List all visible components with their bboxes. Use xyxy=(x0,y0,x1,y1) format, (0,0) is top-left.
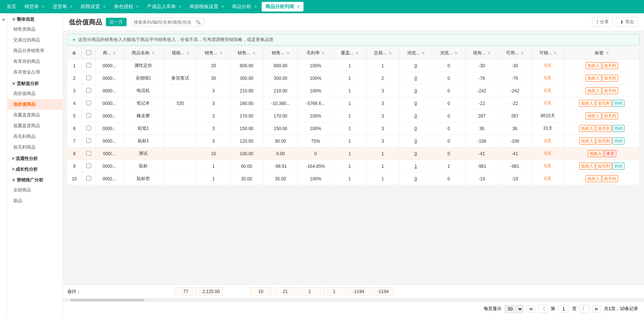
th-browse2[interactable]: 浏览... ⇅ xyxy=(432,47,465,60)
nav-role[interactable]: 角色授权 × xyxy=(110,2,142,11)
row-checkbox[interactable] xyxy=(86,151,91,156)
cell-checkbox[interactable] xyxy=(81,72,95,85)
nav-purchase[interactable]: 进货单 × xyxy=(49,2,76,11)
sidebar-group-flow[interactable]: > 流通性分析 xyxy=(7,153,63,163)
browse1-link[interactable]: 0 xyxy=(415,63,417,68)
cell-browse1[interactable]: 0 xyxy=(399,72,432,85)
cell-browse1[interactable]: 0 xyxy=(399,85,432,97)
browse1-link[interactable]: 0 xyxy=(415,139,417,144)
nav-goods-analysis[interactable]: 商品分析 × xyxy=(228,2,261,11)
browse1-link[interactable]: 0 xyxy=(415,176,417,181)
cell-browse1[interactable]: 0 xyxy=(399,97,432,110)
nav-product-entry-close[interactable]: × xyxy=(179,4,182,9)
th-browse1[interactable]: 浏览... ⇅ xyxy=(399,47,432,60)
sidebar-item-sales-goods[interactable]: 销售类商品 xyxy=(7,24,63,35)
nav-goods-analysis-close[interactable]: × xyxy=(254,4,257,9)
sidebar-item-stock-capital[interactable]: 库存资金占用 xyxy=(7,67,63,78)
cell-browse1[interactable]: 0 xyxy=(399,147,432,160)
sidebar-item-low-margin[interactable]: 低毛利商品 xyxy=(7,142,63,153)
row-checkbox[interactable] xyxy=(86,176,91,181)
nav-home[interactable]: 首页 xyxy=(3,2,20,11)
cell-checkbox[interactable] xyxy=(81,160,95,173)
th-trade[interactable]: 交易... ⇅ xyxy=(366,47,399,60)
sidebar-item-category-rate[interactable]: 商品分类销售率 xyxy=(7,45,63,56)
cell-browse1[interactable]: 0 xyxy=(399,110,432,122)
nav-template[interactable]: 单据模板设置 × xyxy=(186,2,228,11)
per-page-select[interactable]: 50 100 200 xyxy=(504,305,523,313)
current-page-input[interactable] xyxy=(558,305,569,313)
export-button[interactable]: ⬇ 导出 xyxy=(616,17,638,27)
th-stock2[interactable]: 可用... ⇅ xyxy=(498,47,531,60)
row-checkbox[interactable] xyxy=(86,163,91,168)
browse1-link[interactable]: 0 xyxy=(415,151,417,156)
browse1-link[interactable]: 0 xyxy=(415,76,417,81)
scrollbar-thumb[interactable] xyxy=(70,299,144,301)
nav-goods-analysis-list[interactable]: 商品分析列表 × xyxy=(262,2,303,11)
prev-page-btn[interactable]: 〈 xyxy=(538,305,548,313)
sidebar-collapse-btn[interactable]: « xyxy=(0,13,7,316)
nav-template-close[interactable]: × xyxy=(221,4,224,9)
cell-checkbox[interactable] xyxy=(81,147,95,160)
cell-browse1[interactable]: 0 xyxy=(399,122,432,135)
cell-browse1[interactable]: 0 xyxy=(399,60,432,72)
next-page-btn[interactable]: 〉 xyxy=(580,305,589,313)
th-spec[interactable]: 规格... ⇅ xyxy=(164,47,197,60)
cell-checkbox[interactable] xyxy=(81,173,95,185)
cell-checkbox[interactable] xyxy=(81,85,95,97)
nav-purchase-close[interactable]: × xyxy=(70,4,73,9)
sidebar-group-growth[interactable]: > 成长性分析 xyxy=(7,163,63,174)
row-checkbox[interactable] xyxy=(86,75,91,80)
search-input[interactable] xyxy=(130,18,204,27)
th-qty[interactable]: 销售... ⇅ xyxy=(197,47,230,60)
browse1-link[interactable]: 0 xyxy=(415,88,417,94)
nav-permission[interactable]: 权限设置 × xyxy=(77,2,109,11)
share-button[interactable]: ⤴ 分享 xyxy=(592,17,613,27)
sidebar-item-stocked-goods[interactable]: 有库存的商品 xyxy=(7,56,63,67)
browse1-link[interactable]: 1 xyxy=(415,164,417,169)
cell-checkbox[interactable] xyxy=(81,135,95,147)
browse1-link[interactable]: 0 xyxy=(415,126,417,131)
horizontal-scrollbar[interactable] xyxy=(63,298,644,301)
th-days[interactable]: 可销... ⇅ xyxy=(531,47,564,60)
sidebar-item-new-goods[interactable]: 新品 xyxy=(7,196,63,206)
browse1-link[interactable]: 0 xyxy=(415,101,417,106)
first-page-btn[interactable]: ⊲ xyxy=(526,305,535,313)
sidebar-item-all-goods[interactable]: 全部商品 xyxy=(7,185,63,196)
cell-browse1[interactable]: 0 xyxy=(399,135,432,147)
nav-goods-analysis-list-close[interactable]: × xyxy=(297,4,300,9)
browse1-link[interactable]: 0 xyxy=(415,113,417,119)
time-filter-button[interactable]: 近一月 xyxy=(106,18,127,26)
nav-permission-close[interactable]: × xyxy=(103,4,106,9)
nav-sales[interactable]: 销货单 × xyxy=(21,2,48,11)
sidebar-item-high-value[interactable]: 高价值商品 xyxy=(7,88,63,99)
row-checkbox[interactable] xyxy=(86,113,91,118)
row-checkbox[interactable] xyxy=(86,101,91,105)
sidebar-item-low-value[interactable]: 低价值商品 xyxy=(7,99,63,110)
th-cover[interactable]: 覆盖... ⇅ xyxy=(333,47,366,60)
sidebar-item-high-coverage[interactable]: 高覆盖度商品 xyxy=(7,110,63,120)
th-tags[interactable]: 标签 ⇅ xyxy=(564,47,640,60)
cell-browse1[interactable]: 0 xyxy=(399,173,432,185)
row-checkbox[interactable] xyxy=(86,88,91,93)
th-sales1[interactable]: 销售... ⇅ xyxy=(230,47,263,60)
select-all-checkbox[interactable] xyxy=(86,50,91,55)
nav-product-entry[interactable]: 产成品入库单 × xyxy=(143,2,185,11)
row-checkbox[interactable] xyxy=(86,126,91,130)
cell-checkbox[interactable] xyxy=(81,97,95,110)
th-sales2[interactable]: 销售... ⇅ xyxy=(263,47,298,60)
row-checkbox[interactable] xyxy=(86,138,91,143)
last-page-btn[interactable]: ⊳ xyxy=(592,305,601,313)
sidebar-item-low-coverage[interactable]: 低覆盖度商品 xyxy=(7,120,63,131)
cell-browse1[interactable]: 1 xyxy=(399,160,432,173)
cell-checkbox[interactable] xyxy=(81,60,95,72)
sidebar-item-traded-goods[interactable]: 交易过的商品 xyxy=(7,35,63,45)
th-gear[interactable]: ⚙ xyxy=(67,47,81,60)
nav-role-close[interactable]: × xyxy=(136,4,139,9)
cell-checkbox[interactable] xyxy=(81,110,95,122)
th-stock1[interactable]: 现有... ⇅ xyxy=(465,47,498,60)
th-code[interactable]: 商... ⇅ xyxy=(96,47,123,60)
sidebar-item-high-margin[interactable]: 高毛利商品 xyxy=(7,131,63,142)
th-name[interactable]: 商品名称 ⇅ xyxy=(123,47,164,60)
cell-checkbox[interactable] xyxy=(81,122,95,135)
row-checkbox[interactable] xyxy=(86,63,91,68)
